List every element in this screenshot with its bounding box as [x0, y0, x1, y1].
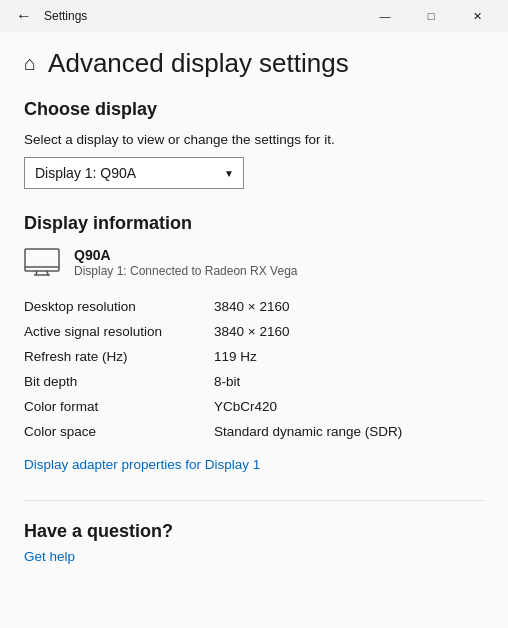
- info-value: 8-bit: [214, 369, 484, 394]
- info-label: Active signal resolution: [24, 319, 214, 344]
- display-information-section: Display information Q90A Display 1: Conn…: [24, 213, 484, 472]
- title-bar-controls: — □ ✕: [362, 0, 500, 32]
- info-label: Bit depth: [24, 369, 214, 394]
- title-bar-left: ← Settings: [12, 3, 87, 29]
- have-question-section: Have a question? Get help: [24, 500, 484, 564]
- close-button[interactable]: ✕: [454, 0, 500, 32]
- choose-display-subtitle: Select a display to view or change the s…: [24, 132, 484, 147]
- display-dropdown[interactable]: Display 1: Q90A: [24, 157, 244, 189]
- monitor-icon: [24, 248, 60, 276]
- monitor-info: Q90A Display 1: Connected to Radeon RX V…: [74, 246, 297, 278]
- info-value: 3840 × 2160: [214, 294, 484, 319]
- have-question-title: Have a question?: [24, 521, 484, 542]
- table-row: Bit depth8-bit: [24, 369, 484, 394]
- adapter-properties-link[interactable]: Display adapter properties for Display 1: [24, 457, 260, 472]
- title-bar: ← Settings — □ ✕: [0, 0, 508, 32]
- table-row: Color formatYCbCr420: [24, 394, 484, 419]
- monitor-name: Q90A: [74, 246, 297, 264]
- display-select-wrapper: Display 1: Q90A ▼: [24, 157, 244, 189]
- info-label: Refresh rate (Hz): [24, 344, 214, 369]
- maximize-button[interactable]: □: [408, 0, 454, 32]
- page-header: ⌂ Advanced display settings: [24, 32, 484, 99]
- window: ← Settings — □ ✕ ⌂ Advanced display sett…: [0, 0, 508, 628]
- choose-display-title: Choose display: [24, 99, 484, 120]
- minimize-button[interactable]: —: [362, 0, 408, 32]
- content-area: ⌂ Advanced display settings Choose displ…: [0, 32, 508, 628]
- info-value: 3840 × 2160: [214, 319, 484, 344]
- table-row: Color spaceStandard dynamic range (SDR): [24, 419, 484, 444]
- info-value: Standard dynamic range (SDR): [214, 419, 484, 444]
- table-row: Active signal resolution3840 × 2160: [24, 319, 484, 344]
- back-button[interactable]: ←: [12, 3, 36, 29]
- display-info-table: Desktop resolution3840 × 2160Active sign…: [24, 294, 484, 444]
- window-title: Settings: [44, 9, 87, 23]
- table-row: Desktop resolution3840 × 2160: [24, 294, 484, 319]
- home-icon: ⌂: [24, 52, 36, 75]
- display-information-title: Display information: [24, 213, 484, 234]
- monitor-subtitle: Display 1: Connected to Radeon RX Vega: [74, 264, 297, 278]
- info-value: 119 Hz: [214, 344, 484, 369]
- info-label: Color space: [24, 419, 214, 444]
- monitor-row: Q90A Display 1: Connected to Radeon RX V…: [24, 246, 484, 278]
- choose-display-section: Choose display Select a display to view …: [24, 99, 484, 189]
- info-value: YCbCr420: [214, 394, 484, 419]
- table-row: Refresh rate (Hz)119 Hz: [24, 344, 484, 369]
- page-title: Advanced display settings: [48, 48, 349, 79]
- info-label: Color format: [24, 394, 214, 419]
- get-help-link[interactable]: Get help: [24, 549, 75, 564]
- info-label: Desktop resolution: [24, 294, 214, 319]
